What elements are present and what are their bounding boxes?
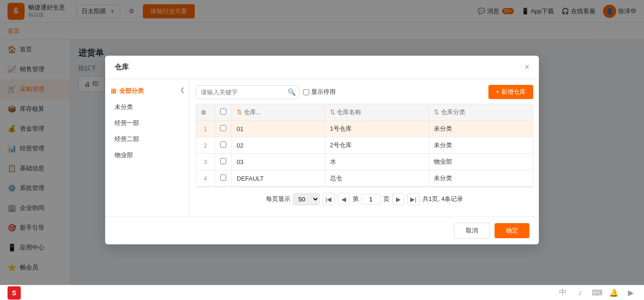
table-body: 1 01 1号仓库 未分类 2 bbox=[196, 121, 533, 187]
th-gear: ⚙ bbox=[196, 104, 215, 121]
row-category: 未分类 bbox=[429, 170, 533, 187]
search-input[interactable] bbox=[196, 85, 299, 99]
row-code: DEFAULT bbox=[232, 170, 325, 187]
row-num: 2 bbox=[196, 137, 215, 154]
category-header: ⊞ 全部分类 《 bbox=[105, 83, 190, 99]
row-code: 01 bbox=[232, 121, 325, 137]
th-name: ⇅ 仓库名称 bbox=[325, 104, 429, 121]
modal-footer: 取消 确定 bbox=[105, 217, 539, 244]
pagination: 每页显示 50 10 20 100 |◀ ◀ 第 页 ▶ ▶| 共1页, 4条记… bbox=[196, 187, 533, 211]
th-code: ⇅ 仓库... bbox=[232, 104, 325, 121]
row-checkbox-cell[interactable] bbox=[215, 170, 232, 187]
row-code: 03 bbox=[232, 154, 325, 170]
cat-item-uncat[interactable]: 未分类 bbox=[105, 99, 190, 115]
cat-item-op1[interactable]: 经营一部 bbox=[105, 115, 190, 131]
row-name: 1号仓库 bbox=[325, 121, 429, 137]
warehouse-table: ⚙ ⇅ 仓库... ⇅ 仓库名称 bbox=[196, 104, 533, 187]
table-toolbar: 🔍 显示停用 + 新增仓库 bbox=[196, 85, 533, 99]
row-num: 4 bbox=[196, 170, 215, 187]
th-checkbox bbox=[215, 104, 232, 121]
modal-close-button[interactable]: × bbox=[524, 62, 529, 72]
modal-body: ⊞ 全部分类 《 未分类 经营一部 经营二部 物业部 🔍 bbox=[105, 79, 539, 217]
row-name: 总仓 bbox=[325, 170, 429, 187]
table-header: ⚙ ⇅ 仓库... ⇅ 仓库名称 bbox=[196, 104, 533, 121]
sort-icon: ⇅ bbox=[237, 108, 242, 116]
show-disabled-checkbox[interactable]: 显示停用 bbox=[303, 88, 336, 96]
row-checkbox-cell[interactable] bbox=[215, 154, 232, 170]
notification-icon[interactable]: 🔔 bbox=[608, 287, 619, 299]
row-checkbox-cell[interactable] bbox=[215, 137, 232, 154]
show-disabled-check[interactable] bbox=[303, 89, 309, 95]
first-page-button[interactable]: |◀ bbox=[322, 193, 335, 205]
next-page-button[interactable]: ▶ bbox=[392, 193, 405, 205]
sort-icon-name: ⇅ bbox=[330, 108, 335, 116]
select-all-checkbox[interactable] bbox=[220, 108, 226, 115]
modal-header: 仓库 × bbox=[105, 56, 539, 79]
s-logo: S bbox=[8, 286, 21, 300]
status-bar: S 中 ♪ ⌨ 🔔 ▶ bbox=[0, 285, 644, 300]
cat-item-prop[interactable]: 物业部 bbox=[105, 147, 190, 163]
per-page-label: 每页显示 bbox=[266, 195, 290, 203]
row-category: 未分类 bbox=[429, 137, 533, 154]
search-wrap: 🔍 bbox=[196, 85, 299, 99]
grid-icon: ⊞ bbox=[111, 87, 116, 95]
search-icon: 🔍 bbox=[288, 88, 296, 96]
page-input[interactable] bbox=[362, 194, 380, 205]
show-disabled-label: 显示停用 bbox=[311, 88, 336, 96]
table-area: 🔍 显示停用 + 新增仓库 ⚙ bbox=[190, 79, 539, 217]
last-page-button[interactable]: ▶| bbox=[407, 193, 420, 205]
cancel-button[interactable]: 取消 bbox=[454, 223, 490, 239]
row-checkbox[interactable] bbox=[220, 158, 226, 164]
row-checkbox[interactable] bbox=[220, 175, 226, 181]
total-label: 共1页, 4条记录 bbox=[422, 195, 463, 203]
row-checkbox-cell[interactable] bbox=[215, 121, 232, 137]
confirm-button[interactable]: 确定 bbox=[495, 223, 529, 238]
row-num: 3 bbox=[196, 154, 215, 170]
add-warehouse-button[interactable]: + 新增仓库 bbox=[488, 85, 533, 99]
row-category: 未分类 bbox=[429, 121, 533, 137]
chinese-input-icon[interactable]: 中 bbox=[557, 287, 569, 299]
keyboard-icon[interactable]: ⌨ bbox=[591, 287, 603, 299]
status-bar-right: 中 ♪ ⌨ 🔔 ▶ bbox=[557, 287, 636, 299]
row-checkbox[interactable] bbox=[220, 125, 226, 131]
modal-overlay[interactable]: 仓库 × ⊞ 全部分类 《 未分类 经营一部 经营二部 物业部 bbox=[0, 0, 644, 300]
row-checkbox[interactable] bbox=[220, 142, 226, 148]
sort-icon-cat: ⇅ bbox=[434, 108, 439, 116]
table-row[interactable]: 2 02 2号仓库 未分类 bbox=[196, 137, 533, 154]
sound-icon[interactable]: ♪ bbox=[574, 287, 586, 299]
table-row[interactable]: 4 DEFAULT 总仓 未分类 bbox=[196, 170, 533, 187]
table-row[interactable]: 1 01 1号仓库 未分类 bbox=[196, 121, 533, 137]
th-category: ⇅ 仓库分类 bbox=[429, 104, 533, 121]
row-name: 水 bbox=[325, 154, 429, 170]
page-label-suffix: 页 bbox=[383, 195, 389, 203]
prev-page-button[interactable]: ◀ bbox=[338, 193, 350, 205]
per-page-select[interactable]: 50 10 20 100 bbox=[293, 193, 320, 205]
warehouse-modal: 仓库 × ⊞ 全部分类 《 未分类 经营一部 经营二部 物业部 bbox=[105, 56, 539, 244]
all-categories-label[interactable]: 全部分类 bbox=[119, 87, 144, 95]
modal-title: 仓库 bbox=[115, 63, 129, 72]
row-code: 02 bbox=[232, 137, 325, 154]
play-icon[interactable]: ▶ bbox=[625, 287, 636, 299]
page-label: 第 bbox=[353, 195, 359, 203]
row-category: 物业部 bbox=[429, 154, 533, 170]
row-num: 1 bbox=[196, 121, 215, 137]
table-row[interactable]: 3 03 水 物业部 bbox=[196, 154, 533, 170]
collapse-sidebar-button[interactable]: 《 bbox=[177, 87, 184, 95]
category-sidebar: ⊞ 全部分类 《 未分类 经营一部 经营二部 物业部 bbox=[105, 79, 190, 217]
row-name: 2号仓库 bbox=[325, 137, 429, 154]
cat-item-op2[interactable]: 经营二部 bbox=[105, 131, 190, 147]
